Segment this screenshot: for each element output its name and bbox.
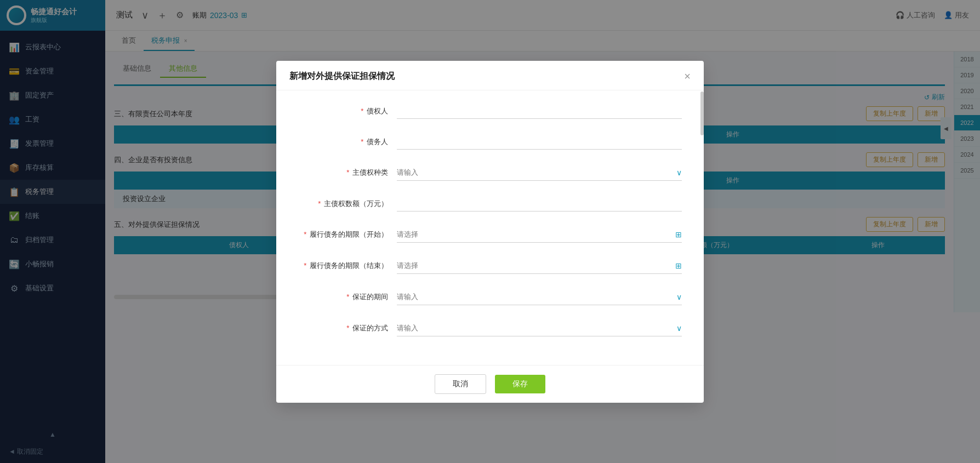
input-debtor[interactable] bbox=[397, 134, 682, 150]
label-debtor: * 债务人 bbox=[298, 137, 397, 147]
required-mark-8: * bbox=[346, 324, 349, 332]
input-guarantee-method[interactable] bbox=[397, 324, 676, 332]
required-mark-5: * bbox=[304, 230, 306, 238]
modal-add-guarantee: 新增对外提供保证担保情况 × * 债权人 * 债务人 bbox=[276, 61, 704, 403]
label-claim-amount: * 主债权数额（万元） bbox=[298, 199, 397, 209]
modal-scrollbar-thumb bbox=[700, 92, 704, 135]
field-guarantee-period: * 保证的期间 ∨ bbox=[298, 289, 682, 305]
input-claim-type[interactable] bbox=[397, 168, 676, 176]
chevron-guarantee-method-icon[interactable]: ∨ bbox=[676, 324, 682, 333]
field-creditor: * 债权人 bbox=[298, 104, 682, 119]
chevron-claim-type-icon[interactable]: ∨ bbox=[676, 168, 682, 177]
field-claim-type: * 主债权种类 ∨ bbox=[298, 165, 682, 181]
field-period-end: * 履行债务的期限（结束） ⊞ bbox=[298, 258, 682, 274]
modal-title: 新增对外提供保证担保情况 bbox=[289, 71, 395, 82]
field-guarantee-method: * 保证的方式 ∨ bbox=[298, 321, 682, 336]
field-period-start: * 履行债务的期限（开始） ⊞ bbox=[298, 227, 682, 243]
modal-body: * 债权人 * 债务人 * 主债权种类 bbox=[276, 90, 704, 365]
select-guarantee-method[interactable]: ∨ bbox=[397, 321, 682, 336]
required-mark-7: * bbox=[346, 293, 349, 301]
required-mark: * bbox=[361, 107, 363, 115]
chevron-guarantee-period-icon[interactable]: ∨ bbox=[676, 293, 682, 301]
required-mark-4: * bbox=[318, 199, 321, 208]
label-claim-type: * 主债权种类 bbox=[298, 168, 397, 178]
date-period-end[interactable]: ⊞ bbox=[397, 258, 682, 274]
select-guarantee-period[interactable]: ∨ bbox=[397, 289, 682, 305]
label-creditor: * 债权人 bbox=[298, 106, 397, 116]
input-period-end[interactable] bbox=[397, 261, 675, 270]
input-guarantee-period[interactable] bbox=[397, 293, 676, 301]
required-mark-6: * bbox=[304, 261, 306, 270]
input-claim-amount[interactable] bbox=[397, 196, 682, 212]
input-period-start[interactable] bbox=[397, 230, 675, 238]
calendar-end-icon[interactable]: ⊞ bbox=[675, 261, 682, 270]
modal-overlay[interactable]: 新增对外提供保证担保情况 × * 债权人 * 债务人 bbox=[0, 0, 980, 463]
save-button[interactable]: 保存 bbox=[495, 375, 545, 393]
select-claim-type[interactable]: ∨ bbox=[397, 165, 682, 181]
input-creditor[interactable] bbox=[397, 104, 682, 119]
calendar-start-icon[interactable]: ⊞ bbox=[675, 230, 682, 239]
label-guarantee-period: * 保证的期间 bbox=[298, 292, 397, 302]
modal-header: 新增对外提供保证担保情况 × bbox=[276, 61, 704, 90]
modal-close-btn[interactable]: × bbox=[684, 71, 691, 82]
required-mark-2: * bbox=[361, 138, 363, 146]
field-debtor: * 债务人 bbox=[298, 134, 682, 150]
label-guarantee-method: * 保证的方式 bbox=[298, 323, 397, 333]
required-mark-3: * bbox=[346, 168, 349, 176]
label-period-end: * 履行债务的期限（结束） bbox=[298, 261, 397, 271]
label-period-start: * 履行债务的期限（开始） bbox=[298, 230, 397, 239]
date-period-start[interactable]: ⊞ bbox=[397, 227, 682, 243]
field-claim-amount: * 主债权数额（万元） bbox=[298, 196, 682, 212]
cancel-button[interactable]: 取消 bbox=[435, 374, 486, 394]
modal-scrollbar bbox=[700, 92, 704, 363]
modal-footer: 取消 保存 bbox=[276, 365, 704, 403]
